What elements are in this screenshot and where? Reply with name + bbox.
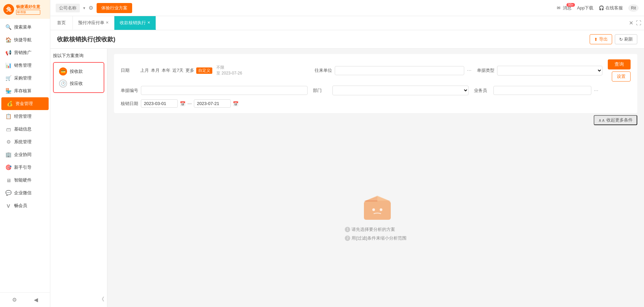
partner-filter-field: 往来单位 ···	[315, 66, 472, 75]
svg-marker-3	[366, 196, 389, 201]
refresh-icon: ↻	[619, 37, 623, 42]
writeoff-date-start-cal-icon[interactable]: 📅	[180, 101, 185, 106]
sidebar-item-enterprise[interactable]: 🏢 企业协同	[0, 148, 50, 161]
settings-button[interactable]: 设置	[612, 71, 631, 82]
export-icon: ⬆	[594, 37, 598, 42]
logo-area: 兔 畅捷通好生意 标准版	[0, 0, 50, 19]
sidebar-item-label: 库存核算	[14, 88, 32, 94]
industry-solution-button[interactable]: 体验行业方案	[97, 3, 132, 13]
sidebar-item-hardware[interactable]: 🖥 智能硬件	[0, 174, 50, 187]
inventory-icon: 🏪	[5, 88, 11, 94]
collapse-left-panel-button[interactable]: 《	[53, 296, 104, 303]
sidebar-item-label: 企业微信	[14, 190, 32, 196]
settings-icon[interactable]: ⚙	[12, 297, 17, 303]
sidebar-item-basic[interactable]: 🗃 基础信息	[0, 123, 50, 136]
sidebar-item-label: 搜索菜单	[14, 24, 32, 30]
date-last-month[interactable]: 上月	[140, 67, 149, 73]
date-to-text: 至 2023-07-26	[216, 70, 242, 76]
basic-icon: 🗃	[5, 126, 11, 132]
sidebar-item-guide[interactable]: 🎯 新手引导	[0, 161, 50, 174]
app-download-link[interactable]: App下载	[577, 5, 593, 11]
sidebar-item-operations[interactable]: 📋 经营管理	[0, 110, 50, 123]
sidebar-item-marketing[interactable]: 📢 营销推广	[0, 46, 50, 59]
date-no-limit: 不限	[216, 65, 242, 70]
dept-filter-field: 部门	[313, 86, 469, 95]
step-2-icon: 2	[345, 236, 350, 241]
message-icon: ✉	[557, 5, 560, 10]
sidebar-item-search[interactable]: 🔍 搜索菜单	[0, 21, 50, 34]
logo-badge: 标准版	[16, 10, 40, 15]
sidebar-item-sales[interactable]: 📊 销售管理	[0, 59, 50, 72]
filter-option-receivable-label: 按应收	[70, 81, 83, 87]
svg-point-4	[372, 208, 375, 211]
tab-prepay[interactable]: 预付冲应付单 ✕	[73, 16, 114, 30]
date-more[interactable]: 更多	[185, 67, 194, 73]
user-avatar[interactable]: Rit	[628, 4, 639, 12]
logo-text-area: 畅捷通好生意 标准版	[16, 4, 40, 15]
content-area: 按以下方案查询 💳 按收款 🕐 按应收 《	[50, 49, 644, 307]
operations-icon: 📋	[5, 113, 11, 119]
sidebar-item-system[interactable]: ⚙ 系统管理	[0, 136, 50, 148]
partner-label: 往来单位	[315, 67, 332, 73]
svg-point-5	[380, 208, 382, 211]
page-title: 收款核销执行(按收款)	[57, 35, 115, 43]
settings-gear-icon[interactable]: ⚙	[89, 5, 93, 11]
tab-prepay-close-icon[interactable]: ✕	[106, 20, 109, 25]
wechat-icon: 💬	[5, 190, 11, 196]
action-col: 查询 设置	[608, 59, 631, 82]
main-area: 公司名称 ▾ ⚙ 体验行业方案 ✉ 消息 99+ App下载 🎧 在线客服 Ri…	[50, 0, 644, 307]
sidebar-item-quick-nav[interactable]: 🏠 快捷导航	[0, 34, 50, 46]
company-name[interactable]: 公司名称	[56, 4, 80, 12]
doc-type-select[interactable]	[497, 66, 602, 75]
writeoff-date-range: 📅 — 📅	[141, 99, 238, 108]
date-this-year[interactable]: 本年	[162, 67, 170, 73]
writeoff-date-label: 核销日期	[121, 101, 138, 107]
doc-type-filter-field: 单据类型	[477, 66, 602, 75]
sidebar-nav: 🔍 搜索菜单 🏠 快捷导航 📢 营销推广 📊 销售管理 🛒 采购管理 🏪 库存核…	[0, 19, 50, 292]
empty-hint-2: 2 用[过滤]条件来缩小分析范围	[345, 234, 406, 243]
writeoff-date-end-input[interactable]	[194, 99, 231, 108]
empty-illustration	[359, 186, 392, 220]
tab-receipt-writeoff-close-icon[interactable]: ✕	[147, 20, 150, 25]
tab-receipt-writeoff[interactable]: 收款核销执行 ✕	[114, 16, 156, 30]
sidebar-item-finance[interactable]: 💰 资金管理	[1, 97, 49, 110]
empty-svg	[359, 186, 396, 223]
sidebar-item-label: 畅会员	[14, 203, 27, 209]
online-service-link[interactable]: 🎧 在线客服	[599, 5, 623, 11]
salesperson-more-icon[interactable]: ···	[594, 88, 598, 94]
partner-more-icon[interactable]: ···	[467, 67, 471, 73]
date-limit-info: 不限 至 2023-07-26	[216, 65, 242, 76]
salesperson-filter-field: 业务员 ···	[474, 86, 598, 95]
maximize-tab-icon[interactable]: ⛶	[636, 20, 641, 26]
partner-input[interactable]	[335, 66, 465, 75]
sidebar-item-purchase[interactable]: 🛒 采购管理	[0, 72, 50, 85]
doc-no-input[interactable]	[141, 86, 308, 95]
salesperson-input[interactable]	[493, 86, 591, 95]
filter-row-2: 单据编号 部门 业务员 ···	[121, 86, 631, 95]
collapse-more-button[interactable]: ∧∧ 收起更多条件	[594, 115, 637, 125]
empty-hint-1: 1 请先选择要分析的方案	[345, 225, 406, 234]
query-button[interactable]: 查询	[608, 59, 631, 69]
message-badge[interactable]: ✉ 消息 99+	[557, 5, 572, 11]
sidebar-item-inventory[interactable]: 🏪 库存核算	[0, 85, 50, 97]
writeoff-date-start-input[interactable]	[141, 99, 178, 108]
close-tab-icon[interactable]: ✕	[629, 20, 633, 26]
tab-home[interactable]: 首页	[50, 16, 73, 30]
empty-text: 1 请先选择要分析的方案 2 用[过滤]条件来缩小分析范围	[345, 225, 406, 243]
collapse-sidebar-icon[interactable]: ◀	[34, 297, 38, 303]
dept-select[interactable]	[332, 86, 469, 95]
sidebar-item-wechat[interactable]: 💬 企业微信	[0, 187, 50, 199]
writeoff-date-end-cal-icon[interactable]: 📅	[233, 101, 238, 106]
date-this-month[interactable]: 本月	[151, 67, 160, 73]
filter-option-by-receipt[interactable]: 💳 按收款	[56, 65, 101, 78]
refresh-button[interactable]: ↻ 刷新	[615, 34, 637, 44]
sidebar-item-member[interactable]: V 畅会员	[0, 199, 50, 212]
hardware-icon: 🖥	[5, 177, 11, 183]
date-custom[interactable]: 自定义	[196, 67, 212, 74]
date-last-7-days[interactable]: 近7天	[172, 67, 183, 73]
filter-row-3: 核销日期 📅 — 📅	[121, 99, 631, 108]
export-button[interactable]: ⬆ 导出	[590, 34, 612, 44]
filter-option-by-receivable[interactable]: 🕐 按应收	[56, 78, 101, 90]
company-dropdown-icon[interactable]: ▾	[83, 6, 85, 10]
top-header: 公司名称 ▾ ⚙ 体验行业方案 ✉ 消息 99+ App下载 🎧 在线客服 Ri…	[50, 0, 644, 16]
